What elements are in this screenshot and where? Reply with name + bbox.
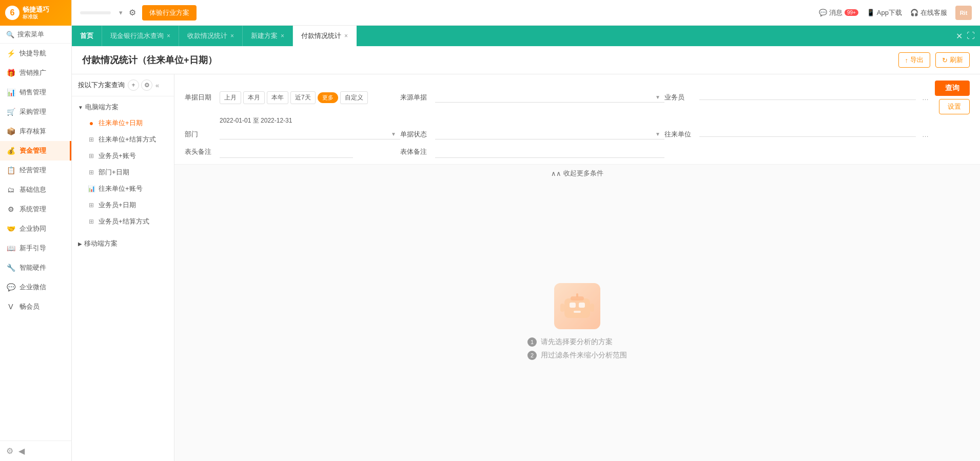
header-note-input[interactable] — [220, 146, 353, 158]
brand-text: 畅捷通巧 标准版 — [23, 6, 49, 20]
hardware-icon: 🔧 — [6, 263, 15, 272]
source-label: 来源单据 — [400, 93, 431, 102]
user-dropdown-icon[interactable]: ▾ — [119, 9, 123, 16]
scheme-item-unit-date[interactable]: ● 往来单位+日期 — [72, 115, 174, 131]
sidebar-search[interactable]: 🔍 搜索菜单 — [0, 26, 71, 44]
query-btn[interactable]: 查询 — [935, 81, 970, 96]
dept-label: 部门 — [185, 130, 215, 139]
sidebar-item-member[interactable]: V 畅会员 — [0, 297, 71, 316]
tab-home[interactable]: 首页 — [72, 26, 102, 46]
filter-actions: 查询 设置 — [929, 81, 970, 114]
tab-expand-icon[interactable]: ⛶ — [967, 31, 975, 41]
tab-new-scheme[interactable]: 新建方案 × — [243, 26, 293, 46]
scheme-settings-btn[interactable]: ⚙ — [141, 79, 152, 91]
source-dropdown-icon: ▼ — [655, 94, 660, 100]
scheme-item-unit-account[interactable]: 📊 往来单位+账号 — [72, 181, 174, 197]
topbar-settings-icon[interactable]: ⚙ — [129, 8, 136, 17]
counterpart-input-wrapper[interactable] — [699, 132, 916, 137]
date-btn-last-month[interactable]: 上月 — [220, 91, 241, 104]
filter-settings-btn[interactable]: 设置 — [939, 99, 970, 114]
doc-status-dropdown-icon: ▼ — [655, 131, 660, 137]
app-download-btn[interactable]: 📱 App下载 — [867, 8, 902, 17]
tab-close-all-icon[interactable]: ✕ — [956, 31, 963, 41]
scheme-add-btn[interactable]: + — [128, 79, 139, 91]
sidebar-item-capital[interactable]: 💰 资金管理 — [0, 141, 71, 161]
scheme-item-dept-date[interactable]: ⊞ 部门+日期 — [72, 164, 174, 181]
dept-dropdown-icon: ▼ — [391, 131, 396, 137]
scheme-item-unit-settle[interactable]: ⊞ 往来单位+结算方式 — [72, 131, 174, 148]
sidebar: 6 畅捷通巧 标准版 🔍 搜索菜单 ⚡ 快捷导航 🎁 营销推广 📊 销售管理 🛒… — [0, 0, 72, 461]
tab-close-receipt-stats[interactable]: × — [230, 32, 234, 39]
date-btn-this-month[interactable]: 本月 — [243, 91, 265, 104]
sidebar-item-hardware[interactable]: 🔧 智能硬件 — [0, 258, 71, 277]
collapse-filter-btn[interactable]: ∧∧ 收起更多条件 — [174, 164, 980, 182]
service-btn[interactable]: 🎧 在线客服 — [910, 8, 947, 17]
dept-select[interactable]: ▼ — [220, 129, 400, 139]
filter-row-3: 表头备注 表体备注 — [185, 146, 970, 158]
collapse-icon: ∧∧ — [551, 170, 561, 177]
filter-row-1: 单据日期 上月 本月 本年 近7天 更多 自定义 来源单据 — [185, 81, 970, 114]
message-icon: 💬 — [819, 9, 827, 16]
refresh-btn[interactable]: ↻ 刷新 — [935, 52, 970, 68]
sidebar-item-purchase[interactable]: 🛒 采购管理 — [0, 102, 71, 122]
sidebar-item-quick-nav[interactable]: ⚡ 快捷导航 — [0, 44, 71, 63]
tabbar-actions: ✕ ⛶ — [951, 26, 980, 46]
sidebar-item-inventory[interactable]: 📦 库存核算 — [0, 122, 71, 141]
sidebar-item-wechat[interactable]: 💬 企业微信 — [0, 277, 71, 297]
date-btn-7days[interactable]: 近7天 — [290, 91, 316, 104]
scheme-panel-collapse-btn[interactable]: « — [155, 82, 159, 89]
staff-ellipsis-btn[interactable]: … — [922, 94, 929, 102]
inventory-icon: 📦 — [6, 127, 15, 136]
svg-rect-5 — [576, 293, 578, 297]
tab-close-bank-flow[interactable]: × — [167, 32, 170, 39]
sidebar-item-guide[interactable]: 📖 新手引导 — [0, 238, 71, 258]
tab-close-payment-stats[interactable]: × — [344, 32, 348, 39]
body-note-label: 表体备注 — [400, 147, 431, 156]
capital-icon: 💰 — [6, 146, 15, 155]
empty-state-illustration — [554, 283, 600, 329]
body-note-input[interactable] — [435, 146, 664, 158]
trial-btn[interactable]: 体验行业方案 — [142, 5, 197, 21]
date-btn-more[interactable]: 更多 — [318, 92, 338, 103]
tab-receipt-stats[interactable]: 收款情况统计 × — [179, 26, 243, 46]
topbar: ▾ ⚙ 体验行业方案 💬 消息 99+ 📱 App下载 🎧 在线客服 Rit — [72, 0, 980, 26]
topbar-right: 💬 消息 99+ 📱 App下载 🎧 在线客服 Rit — [819, 6, 972, 20]
date-btn-this-year[interactable]: 本年 — [267, 91, 288, 104]
sidebar-item-enterprise[interactable]: 🤝 企业协同 — [0, 219, 71, 238]
quick-nav-icon: ⚡ — [6, 49, 15, 58]
filter-form: 单据日期 上月 本月 本年 近7天 更多 自定义 来源单据 — [174, 74, 980, 164]
system-icon: ⚙ — [6, 205, 15, 214]
scheme-group-mobile-header[interactable]: ▶ 移动端方案 — [72, 236, 174, 251]
doc-status-select[interactable]: ▼ — [435, 129, 664, 139]
source-select[interactable]: ▼ — [435, 92, 664, 103]
export-btn[interactable]: ↑ 导出 — [898, 52, 931, 68]
filter-row-2: 部门 ▼ 单据状态 ▼ — [185, 129, 970, 139]
scheme-item-grid-icon-2: ⊞ — [87, 152, 95, 160]
scheme-item-staff-date[interactable]: ⊞ 业务员+日期 — [72, 197, 174, 213]
date-btn-custom[interactable]: 自定义 — [340, 91, 368, 104]
filter-dept-col: 部门 ▼ — [185, 129, 400, 139]
sidebar-settings-btn[interactable]: ⚙ — [6, 446, 13, 456]
sidebar-item-system[interactable]: ⚙ 系统管理 — [0, 199, 71, 219]
filter-header-note-col: 表头备注 — [185, 146, 400, 158]
sidebar-nav: ⚡ 快捷导航 🎁 营销推广 📊 销售管理 🛒 采购管理 📦 库存核算 💰 资金管… — [0, 44, 71, 440]
sidebar-item-marketing[interactable]: 🎁 营销推广 — [0, 63, 71, 83]
header-note-label: 表头备注 — [185, 147, 215, 156]
scheme-panel-header: 按以下方案查询 + ⚙ « — [72, 74, 174, 96]
avatar[interactable]: Rit — [955, 6, 972, 20]
scheme-item-staff-account[interactable]: ⊞ 业务员+账号 — [72, 148, 174, 164]
scheme-item-staff-settle[interactable]: ⊞ 业务员+结算方式 — [72, 213, 174, 230]
messages-btn[interactable]: 💬 消息 99+ — [819, 8, 858, 17]
sidebar-item-sales[interactable]: 📊 销售管理 — [0, 83, 71, 102]
tab-bank-flow[interactable]: 现金银行流水查询 × — [102, 26, 179, 46]
tab-payment-stats[interactable]: 付款情况统计 × — [293, 26, 357, 46]
scheme-group-desktop-header[interactable]: ▼ 电脑端方案 — [72, 99, 174, 115]
sidebar-item-basic[interactable]: 🗂 基础信息 — [0, 180, 71, 199]
sidebar-item-operation[interactable]: 📋 经营管理 — [0, 161, 71, 180]
tab-close-new-scheme[interactable]: × — [281, 32, 284, 39]
sidebar-collapse-btn[interactable]: ◀ — [18, 446, 25, 456]
page-area: 付款情况统计（往来单位+日期） ↑ 导出 ↻ 刷新 按以下方案查询 + — [72, 46, 980, 461]
tabbar: 首页 现金银行流水查询 × 收款情况统计 × 新建方案 × 付款情况统计 × ✕… — [72, 26, 980, 46]
counterpart-ellipsis-btn[interactable]: … — [922, 131, 929, 138]
date-label: 单据日期 — [185, 93, 215, 102]
